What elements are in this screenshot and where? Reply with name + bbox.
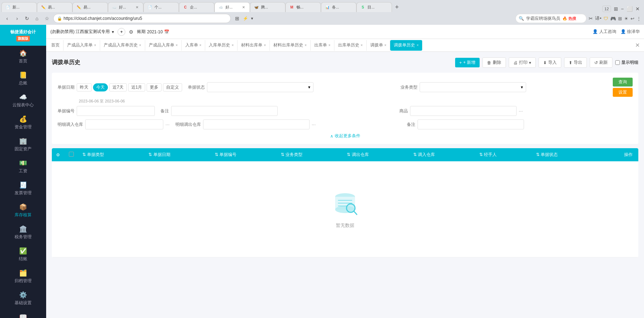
new-browser-tab-button[interactable]: + bbox=[392, 2, 402, 12]
sidebar-item-funds[interactable]: 💰 资金管理 bbox=[0, 112, 46, 134]
show-detail-checkbox[interactable] bbox=[615, 60, 620, 65]
browser-tab-7[interactable]: ☁️ 好... ✕ bbox=[214, 2, 250, 12]
browser-tab-5[interactable]: 📄 个... bbox=[143, 2, 179, 12]
app-tab-transfer[interactable]: 调拨单 × bbox=[367, 40, 391, 51]
export-button[interactable]: ⬆ 导出 bbox=[564, 57, 587, 68]
print-button[interactable]: 🖨 打印 ▾ bbox=[509, 57, 536, 68]
close-all-tabs-icon[interactable]: ✕ bbox=[632, 42, 643, 49]
sidebar-item-settings[interactable]: ⚙️ 基础设置 bbox=[0, 288, 46, 309]
sidebar-item-close[interactable]: ✅ 结账 bbox=[0, 244, 46, 266]
col-out-warehouse-header[interactable]: ⇅ 调出仓库 bbox=[343, 148, 409, 161]
app-tab-purchase-in2-close[interactable]: × bbox=[176, 43, 178, 47]
col-doc-date-header[interactable]: ⇅ 单据日期 bbox=[144, 148, 210, 161]
sidebar-item-inventory[interactable]: 📦 库存核算 bbox=[0, 200, 46, 222]
app-tab-transfer-hist-close[interactable]: × bbox=[416, 43, 419, 47]
app-tab-purchase-in-hist-close[interactable]: × bbox=[139, 43, 141, 47]
service-button[interactable]: 👤 人工咨询 bbox=[593, 29, 616, 35]
app-tab-out-hist-close[interactable]: × bbox=[361, 43, 363, 47]
menu-icon[interactable]: ⋮ bbox=[637, 16, 641, 21]
detail-out-dots-button[interactable]: ··· bbox=[312, 122, 316, 127]
back-button[interactable]: ‹ bbox=[3, 14, 11, 23]
sidebar-item-guide[interactable]: 📖 新手引导 bbox=[0, 309, 46, 318]
sidebar-item-ledger[interactable]: 📒 总账 bbox=[0, 68, 46, 90]
delete-button[interactable]: 🗑 删除 bbox=[482, 57, 506, 68]
browser-tab-3[interactable]: ✏️ 易... bbox=[72, 2, 108, 12]
detail-in-dots-button[interactable]: ··· bbox=[165, 122, 170, 127]
app-tab-purchase-in-close[interactable]: × bbox=[94, 43, 96, 47]
query-button[interactable]: 查询 bbox=[613, 78, 633, 87]
app-tab-home[interactable]: 首页 bbox=[48, 40, 64, 51]
app-tab-material-out-close[interactable]: × bbox=[264, 43, 266, 47]
add-company-button[interactable]: + bbox=[118, 28, 125, 36]
chevron-down-icon[interactable]: ▾ bbox=[251, 16, 253, 21]
forward-button[interactable]: › bbox=[13, 14, 21, 23]
restore-icon[interactable]: ⬜ bbox=[627, 6, 633, 12]
doc-no-input[interactable] bbox=[77, 106, 155, 116]
remark-input[interactable] bbox=[171, 106, 278, 116]
home-button[interactable]: ⌂ bbox=[33, 14, 41, 23]
app-tab-in-order-close[interactable]: × bbox=[200, 43, 202, 47]
user-profile[interactable]: 👤 徐泽华 bbox=[621, 29, 640, 35]
lightning-icon[interactable]: ⚡ bbox=[243, 16, 248, 21]
app-tab-in-hist-close[interactable]: × bbox=[231, 43, 234, 47]
detail-out-input[interactable] bbox=[203, 119, 310, 129]
filter-settings-button[interactable]: 设置 bbox=[613, 88, 633, 97]
refresh-button[interactable]: ↺ 刷新 bbox=[590, 57, 612, 68]
tab-manager-icon[interactable]: ⊞ bbox=[614, 6, 618, 12]
table-settings-icon[interactable]: ⚙ bbox=[56, 152, 60, 157]
app-tab-in-order[interactable]: 入库单 × bbox=[182, 40, 206, 51]
undo-icon[interactable]: ↩ bbox=[631, 16, 634, 21]
biz-type-select[interactable]: ▾ bbox=[420, 82, 526, 92]
browser-tab-6[interactable]: C 企... bbox=[179, 2, 214, 12]
extensions-icon[interactable]: ⊞ bbox=[235, 16, 239, 21]
browser-tab-8[interactable]: 🦋 腾... bbox=[250, 2, 285, 12]
app-tab-material-out-hist[interactable]: 材料出库单历史 × bbox=[270, 40, 311, 51]
date-btn-yesterday[interactable]: 昨天 bbox=[77, 83, 92, 91]
date-btn-more[interactable]: 更多 bbox=[147, 83, 162, 91]
date-btn-custom[interactable]: 自定义 bbox=[163, 83, 182, 91]
status-select[interactable]: ▾ bbox=[207, 82, 313, 92]
app-tab-purchase-in2[interactable]: 产成品入库单 × bbox=[145, 40, 182, 51]
sidebar-item-archive[interactable]: 🗂️ 归档管理 bbox=[0, 266, 46, 288]
sidebar-item-home[interactable]: 🏠 首页 bbox=[0, 46, 46, 68]
gamepad-icon[interactable]: 🎮 bbox=[610, 16, 616, 21]
minimize-icon[interactable]: − bbox=[621, 6, 624, 12]
browser-tab-1[interactable]: 📄 新... bbox=[1, 2, 37, 12]
app-tab-out-order[interactable]: 出库单 × bbox=[311, 40, 334, 51]
shield-icon[interactable]: 🛡 bbox=[604, 16, 608, 21]
close-window-icon[interactable]: ✕ bbox=[635, 6, 640, 12]
bookmark-button[interactable]: ☆ bbox=[43, 14, 51, 23]
date-btn-today[interactable]: 今天 bbox=[93, 83, 108, 91]
translate-icon[interactable]: 译• bbox=[595, 15, 601, 22]
remark2-input[interactable] bbox=[417, 119, 524, 129]
col-biz-type-header[interactable]: ⇅ 业务类型 bbox=[277, 148, 343, 161]
app-tab-material-out-hist-close[interactable]: × bbox=[305, 43, 307, 47]
app-tab-material-out[interactable]: 材料出库单 × bbox=[238, 40, 270, 51]
brightness-icon[interactable]: ☀ bbox=[624, 16, 628, 21]
collapse-button[interactable]: ∧ 收起更多条件 bbox=[58, 133, 633, 139]
app-tab-transfer-hist[interactable]: 调拨单历史 × bbox=[390, 40, 422, 51]
select-all-checkbox[interactable] bbox=[69, 152, 74, 157]
company-selector[interactable]: (勿删勿禁用) 江西服宝测试专用 ▾ bbox=[50, 29, 114, 35]
scissors-icon[interactable]: ✂ bbox=[589, 16, 593, 21]
col-doc-type-header[interactable]: ⇅ 单据类型 bbox=[78, 148, 144, 161]
sidebar-item-wages[interactable]: 💵 工资 bbox=[0, 156, 46, 178]
browser-tab-10[interactable]: 📊 各... bbox=[321, 2, 356, 12]
show-detail-checkbox-label[interactable]: 显示明细 bbox=[615, 60, 638, 66]
period-selector[interactable]: 账期 2021-10 📅 bbox=[137, 29, 169, 35]
goods-input[interactable] bbox=[410, 106, 517, 116]
new-button[interactable]: + + 新增 bbox=[455, 58, 480, 67]
col-doc-no-header[interactable]: ⇅ 单据编号 bbox=[211, 148, 277, 161]
sidebar-item-invoices[interactable]: 🧾 发票管理 bbox=[0, 178, 46, 200]
refresh-button[interactable]: ↻ bbox=[23, 14, 31, 23]
sidebar-item-reports[interactable]: ☁️ 云报表中心 bbox=[0, 90, 46, 112]
grid-icon[interactable]: ⊞ bbox=[618, 16, 622, 21]
app-tab-purchase-in[interactable]: 产成品入库单 × bbox=[64, 40, 100, 51]
browser-tab-4-close[interactable]: ✕ bbox=[135, 5, 140, 10]
browser-tab-11[interactable]: S 目... bbox=[356, 2, 392, 12]
import-button[interactable]: ⬇ 导入 bbox=[539, 57, 561, 68]
browser-tab-9[interactable]: M 畅... bbox=[285, 2, 321, 12]
browser-tab-2[interactable]: ✏️ 易... bbox=[37, 2, 72, 12]
col-in-warehouse-header[interactable]: ⇅ 调入仓库 bbox=[409, 148, 475, 161]
date-btn-7days[interactable]: 近7天 bbox=[109, 83, 127, 91]
